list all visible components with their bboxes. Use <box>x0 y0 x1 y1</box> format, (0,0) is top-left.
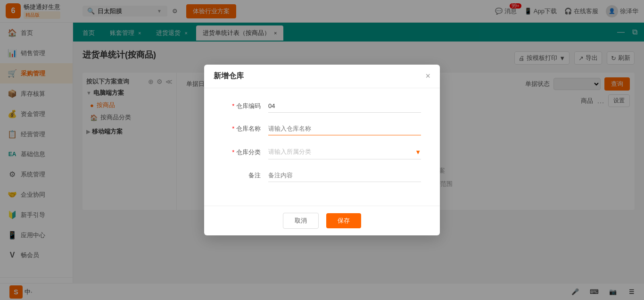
save-btn[interactable]: 保存 <box>326 213 361 228</box>
modal-overlay: 新增仓库 × * 仓库编码 * 仓库名称 <box>0 0 644 300</box>
modal-footer: 取消 保存 <box>204 206 440 235</box>
category-label: * 仓库分类 <box>223 148 261 157</box>
cancel-btn[interactable]: 取消 <box>283 213 319 229</box>
form-row-code: * 仓库编码 <box>223 100 421 113</box>
modal-header: 新增仓库 × <box>204 65 440 88</box>
category-dropdown-icon: ▼ <box>415 149 421 156</box>
modal-title: 新增仓库 <box>214 71 244 81</box>
warehouse-code-input[interactable] <box>268 100 421 113</box>
name-label: * 仓库名称 <box>223 125 261 133</box>
form-row-name: * 仓库名称 <box>223 122 421 135</box>
modal-body: * 仓库编码 * 仓库名称 * 仓库分类 请输入 <box>204 88 440 206</box>
warehouse-category-select[interactable]: 请输入所属分类 ▼ <box>268 145 421 159</box>
note-label: 备注 <box>223 171 261 180</box>
modal-close-btn[interactable]: × <box>425 71 430 81</box>
code-label: * 仓库编码 <box>223 102 261 110</box>
warehouse-note-input[interactable] <box>268 169 421 182</box>
form-row-note: 备注 <box>223 169 421 182</box>
form-row-category: * 仓库分类 请输入所属分类 ▼ <box>223 145 421 159</box>
warehouse-name-input[interactable] <box>268 122 421 135</box>
new-warehouse-modal: 新增仓库 × * 仓库编码 * 仓库名称 <box>204 65 440 235</box>
